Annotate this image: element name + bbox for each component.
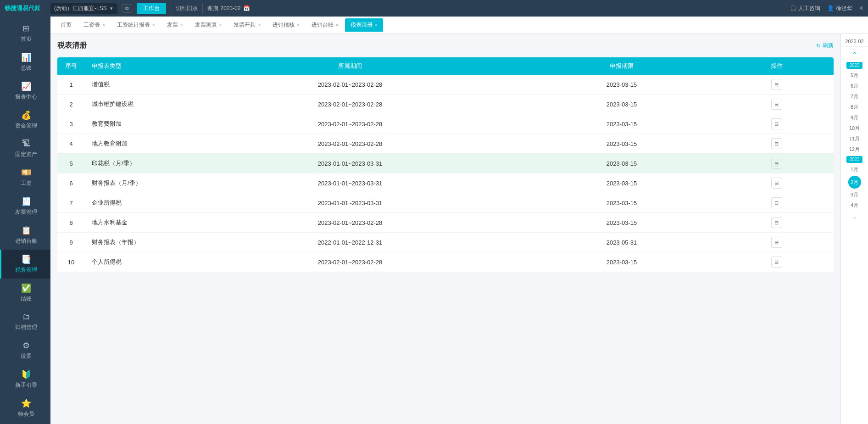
main-layout: ⊞ 首页 📊 总账 📈 报表中心 💰 资金管理 🏗 固定资产 💴 工资 🧾 发票…	[0, 17, 868, 424]
action-icon[interactable]: ⊟	[771, 178, 782, 189]
sidebar-item-home[interactable]: ⊞ 首页	[0, 19, 50, 48]
timeline-month-8[interactable]: 8月	[841, 102, 868, 112]
tab-purchase-check[interactable]: 进销稽核 ×	[267, 18, 305, 32]
guide-icon: 🔰	[21, 369, 31, 379]
refresh-button[interactable]: ↻ 刷新	[816, 42, 834, 50]
timeline-month-1[interactable]: 1月	[841, 164, 868, 175]
tab-invoice[interactable]: 发票 ×	[161, 18, 189, 32]
sidebar-item-report[interactable]: 📈 报表中心	[0, 77, 50, 106]
sidebar-item-fund[interactable]: 💰 资金管理	[0, 106, 50, 134]
user-avatar[interactable]: 👤 徐泾华	[827, 5, 852, 12]
cell-type: 教育费附加	[85, 114, 177, 134]
timeline-month-3[interactable]: 3月	[841, 190, 868, 200]
cell-deadline: 2023-03-15	[523, 154, 720, 173]
sidebar-item-tax[interactable]: 📑 税务管理	[0, 250, 50, 279]
tax-icon: 📑	[21, 254, 31, 264]
company-selector[interactable]: (勿动）江西服宜-LSS ▼	[50, 3, 117, 14]
timeline-month-2-active[interactable]: 2月	[848, 176, 861, 189]
action-icon[interactable]: ⊟	[771, 197, 782, 208]
copy-button[interactable]: ⧉	[122, 4, 132, 13]
cell-action: ⊟	[720, 173, 834, 193]
sidebar-item-label: 设置	[21, 352, 32, 360]
cell-period: 2023-02-01~2023-02-28	[177, 213, 523, 233]
timeline-month-10[interactable]: 10月	[841, 123, 868, 134]
cell-period: 2023-02-01~2023-02-28	[177, 75, 523, 95]
action-icon[interactable]: ⊟	[771, 79, 782, 90]
cell-deadline: 2023-03-15	[523, 252, 720, 272]
ai-consult-button[interactable]: 🎧 人工咨询	[790, 5, 820, 12]
sidebar-item-archive[interactable]: 🗂 归档管理	[0, 307, 50, 336]
cell-action: ⊟	[720, 114, 834, 134]
tab-salary[interactable]: 工资表 ×	[78, 18, 111, 32]
sidebar-item-settle[interactable]: ✅ 结账	[0, 279, 50, 307]
page-title: 税表清册	[57, 41, 87, 50]
tab-tax-register[interactable]: 税表清册 ×	[345, 18, 383, 32]
tab-close-icon[interactable]: ×	[297, 22, 300, 28]
timeline-month-6[interactable]: 6月	[841, 81, 868, 91]
timeline-up-button[interactable]: ⌃	[851, 49, 857, 61]
cell-no: 2	[57, 95, 85, 114]
timeline-month-9[interactable]: 9月	[841, 112, 868, 123]
cell-period: 2023-02-01~2023-02-28	[177, 134, 523, 154]
tab-close-icon[interactable]: ×	[258, 22, 261, 28]
timeline-month-4[interactable]: 4月	[841, 200, 868, 211]
cell-deadline: 2023-05-31	[523, 233, 720, 252]
tab-home[interactable]: 首页	[55, 18, 77, 32]
table-row: 2 城市维护建设税 2023-02-01~2023-02-28 2023-03-…	[57, 95, 834, 114]
tab-close-icon[interactable]: ×	[152, 22, 155, 28]
action-icon[interactable]: ⊟	[771, 99, 782, 110]
table-row: 4 地方教育附加 2023-02-01~2023-02-28 2023-03-1…	[57, 134, 834, 154]
close-button[interactable]: ×	[859, 4, 863, 12]
cell-type: 地方教育附加	[85, 134, 177, 154]
action-icon[interactable]: ⊟	[771, 257, 782, 268]
sidebar-item-guide[interactable]: 🔰 新手引导	[0, 365, 50, 394]
sidebar-item-fixed-assets[interactable]: 🏗 固定资产	[0, 134, 50, 163]
tab-close-icon[interactable]: ×	[336, 22, 339, 28]
cell-no: 3	[57, 114, 85, 134]
cell-period: 2023-01-01~2023-03-31	[177, 193, 523, 213]
refresh-icon: ↻	[816, 43, 821, 49]
action-icon[interactable]: ⊟	[771, 158, 782, 169]
sidebar-item-label: 资金管理	[15, 122, 37, 130]
home-icon: ⊞	[22, 23, 29, 33]
action-icon[interactable]: ⊟	[771, 138, 782, 149]
sidebar-item-ledger[interactable]: 📊 总账	[0, 48, 50, 77]
sidebar-item-salary[interactable]: 💴 工资	[0, 163, 50, 192]
timeline-month-11[interactable]: 11月	[841, 134, 868, 144]
purchase-icon: 📋	[21, 225, 31, 235]
tab-invoice-open[interactable]: 发票开具 ×	[228, 18, 266, 32]
sidebar-item-vip[interactable]: ⭐ 畅会员	[0, 394, 50, 423]
action-icon[interactable]: ⊟	[771, 217, 782, 228]
action-icon[interactable]: ⊟	[771, 237, 782, 248]
tab-label: 进销台账	[312, 21, 334, 29]
tab-purchase-ledger[interactable]: 进销台账 ×	[306, 18, 344, 32]
calendar-icon[interactable]: 📅	[243, 5, 250, 11]
tab-salary-stats[interactable]: 工资统计报表 ×	[111, 18, 161, 32]
workbench-button[interactable]: 工作台	[137, 3, 166, 14]
timeline-down-button[interactable]: ⌄	[851, 211, 857, 222]
settle-icon: ✅	[21, 283, 31, 293]
sidebar-item-purchase[interactable]: 📋 进销台账	[0, 221, 50, 250]
timeline-year-2023-first[interactable]: 2023	[846, 62, 862, 69]
tab-close-icon[interactable]: ×	[102, 22, 105, 28]
sidebar-item-label: 进销台账	[15, 237, 37, 245]
cell-deadline: 2023-03-15	[523, 134, 720, 154]
cell-no: 4	[57, 134, 85, 154]
period-label: 账期	[207, 5, 218, 12]
timeline-month-12[interactable]: 12月	[841, 144, 868, 155]
timeline-month-7[interactable]: 7月	[841, 91, 868, 102]
action-icon[interactable]: ⊟	[771, 118, 782, 129]
timeline-year-2023-second[interactable]: 2023	[846, 156, 862, 163]
sidebar-item-label: 税务管理	[15, 266, 37, 274]
tab-close-icon[interactable]: ×	[219, 22, 222, 28]
refresh-label: 刷新	[823, 42, 834, 50]
sidebar-item-settings[interactable]: ⚙ 设置	[0, 336, 50, 365]
top-bar: 畅捷通易代账 (勿动）江西服宜-LSS ▼ ⧉ 工作台 切到旧版 账期 2023…	[0, 0, 868, 17]
tab-invoice-calc[interactable]: 发票测算 ×	[189, 18, 228, 32]
sidebar-item-invoice-mgmt[interactable]: 🧾 发票管理	[0, 192, 50, 221]
fixed-assets-icon: 🏗	[22, 139, 30, 149]
tab-close-icon[interactable]: ×	[180, 22, 183, 28]
tab-close-icon[interactable]: ×	[375, 22, 378, 28]
timeline-month-5[interactable]: 5月	[841, 70, 868, 81]
old-version-button[interactable]: 切到旧版	[171, 3, 203, 14]
